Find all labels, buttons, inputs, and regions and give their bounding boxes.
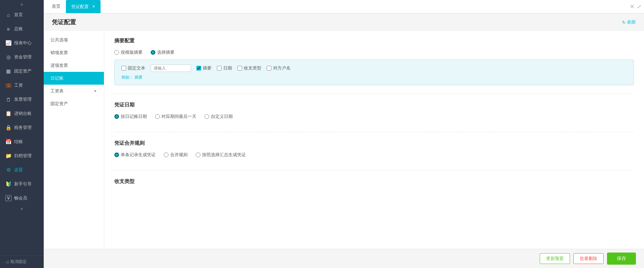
fixed-assets-icon: ▦ (5, 68, 11, 74)
counterpart-name-option[interactable]: 对方户名 (267, 65, 291, 71)
summary-options-box: 固定文本 摘要 日期 (114, 59, 634, 85)
journal-date-option[interactable]: 按日记账日期 (114, 114, 147, 120)
summary-generate-radio[interactable] (196, 152, 200, 157)
receipt-type-section: 收支类型 (114, 178, 634, 198)
nav-purchase-invoice[interactable]: 进项发票 (44, 59, 104, 72)
window-close-icon[interactable]: ✕ (630, 3, 634, 10)
counterpart-name-checkbox[interactable] (267, 66, 271, 71)
unpin-label: 取消固定 (10, 259, 27, 265)
sidebar-item-beginner-guide[interactable]: 🔰 新手引导 (0, 177, 44, 191)
sidebar-item-fund-management[interactable]: ◎ 资金管理 (0, 50, 44, 64)
save-button[interactable]: 保存 (607, 253, 636, 265)
fixed-text-input[interactable] (151, 64, 191, 72)
tax-icon: 🔒 (5, 125, 11, 131)
nav-purchase-invoice-label: 进项发票 (50, 62, 68, 69)
home-tab-label: 首页 (52, 3, 61, 9)
unpin-button[interactable]: ◁ 取消固定 (0, 255, 44, 268)
update-preview-button[interactable]: 更新预置 (540, 253, 570, 264)
summary-generate-option[interactable]: 按照选择汇总生成凭证 (196, 152, 246, 158)
nav-sales-invoice-label: 销项发票 (50, 50, 68, 56)
custom-date-option[interactable]: 自定义日期 (204, 114, 233, 120)
sidebar-item-label: 归档管理 (14, 153, 32, 159)
merge-rules-title: 凭证合并规则 (114, 140, 634, 146)
salary-icon: 💼 (5, 82, 11, 88)
page-title: 凭证配置 (52, 18, 76, 26)
sidebar-item-settings[interactable]: ⚙ 设置 (0, 163, 44, 177)
sidebar: ▲ ⌂ 首页 ≡ 总账 📈 报表中心 ◎ 资金管理 ▦ 固定资产 💼 工资 🗒 … (0, 0, 44, 268)
counterpart-name-label: 对方户名 (273, 65, 291, 71)
receipt-type-checkbox[interactable] (237, 66, 242, 71)
select-summary-label: 选择摘要 (157, 49, 175, 55)
summary-config-section: 摘要配置 按模版摘要 选择摘要 (114, 38, 634, 94)
sidebar-item-label: 资金管理 (14, 54, 32, 60)
sidebar-item-invoice-management[interactable]: 🗒 发票管理 (0, 92, 44, 106)
journal-date-radio[interactable] (114, 114, 119, 119)
nav-public-options[interactable]: 公共选项 (44, 34, 104, 46)
date-label: 日期 (223, 65, 232, 71)
fund-icon: ◎ (5, 54, 11, 60)
main-layout: 公共选项 销项发票 进项发票 日记账 工资表 ▼ 固定资产 (44, 31, 644, 249)
home-tab[interactable]: 首页 (46, 0, 66, 13)
sidebar-scroll-up[interactable]: ▲ (0, 0, 44, 8)
chevron-down-icon: ▼ (93, 89, 97, 93)
sidebar-item-tax-management[interactable]: 🔒 税务管理 (0, 121, 44, 135)
sidebar-item-salary[interactable]: 💼 工资 (0, 78, 44, 92)
refresh-icon: ↻ (622, 20, 626, 25)
close-tab-icon[interactable]: ✕ (92, 4, 95, 9)
fixed-text-option[interactable]: 固定文本 (121, 65, 145, 71)
vip-icon: V (5, 195, 11, 201)
voucher-date-radio-group: 按日记账日期 对应期间最后一天 自定义日期 (114, 114, 634, 120)
sidebar-item-purchase-sales[interactable]: 📋 进销台账 (0, 106, 44, 121)
sidebar-item-home[interactable]: ⌂ 首页 (0, 8, 44, 22)
sidebar-item-label: 进销台账 (14, 110, 32, 117)
custom-date-radio[interactable] (204, 114, 209, 119)
main-area: 首页 凭证配置 ✕ ✕ ⤢ 凭证配置 ↻ 刷新 公共选项 (44, 0, 644, 268)
template-summary-radio[interactable] (114, 50, 119, 55)
nav-sales-invoice[interactable]: 销项发票 (44, 46, 104, 59)
sidebar-item-label: 设置 (14, 167, 23, 173)
summary-option[interactable]: 摘要 (196, 65, 212, 71)
template-summary-option[interactable]: 按模版摘要 (114, 49, 143, 55)
summary-checkbox[interactable] (196, 66, 201, 71)
refresh-button[interactable]: ↻ 刷新 (622, 19, 636, 25)
voucher-config-tab-label: 凭证配置 (71, 4, 89, 10)
select-summary-option[interactable]: 选择摘要 (151, 49, 175, 55)
merge-rules-section: 凭证合并规则 单条记录生成凭证 合并规则 按照选择汇总生成凭证 (114, 140, 634, 170)
batch-delete-button[interactable]: 批量删除 (573, 253, 604, 264)
sidebar-scroll-down[interactable]: ▼ (0, 205, 44, 213)
nav-fixed-assets[interactable]: 固定资产 (44, 97, 104, 110)
last-day-option[interactable]: 对应期间最后一天 (155, 114, 196, 120)
window-resize-icon[interactable]: ⤢ (637, 3, 641, 10)
custom-date-label: 自定义日期 (211, 114, 233, 120)
select-summary-radio[interactable] (151, 50, 155, 55)
fixed-text-checkbox[interactable] (121, 66, 126, 71)
nav-payroll[interactable]: 工资表 ▼ (44, 85, 104, 97)
single-record-radio[interactable] (114, 152, 119, 157)
content-area: 凭证配置 ↻ 刷新 公共选项 销项发票 进项发票 日记账 (44, 13, 644, 268)
template-summary-label: 按模版摘要 (121, 49, 143, 55)
last-day-label: 对应期间最后一天 (161, 114, 196, 120)
sidebar-item-fixed-assets[interactable]: ▦ 固定资产 (0, 64, 44, 78)
sidebar-item-vip-member[interactable]: V 畅会员 (0, 191, 44, 205)
summary-label: 摘要 (203, 65, 212, 71)
single-record-option[interactable]: 单条记录生成凭证 (114, 152, 156, 158)
pin-icon: ◁ (5, 260, 8, 264)
receipt-type-option[interactable]: 收支类型 (237, 65, 261, 71)
sidebar-item-checkout[interactable]: 📅 结账 (0, 135, 44, 149)
date-checkbox[interactable] (217, 66, 222, 71)
merge-rule-radio[interactable] (164, 152, 168, 157)
last-day-radio[interactable] (155, 114, 160, 119)
sidebar-item-archive-management[interactable]: 📁 归档管理 (0, 149, 44, 163)
sidebar-item-report-center[interactable]: 📈 报表中心 (0, 36, 44, 50)
settings-icon: ⚙ (5, 167, 11, 173)
sidebar-item-label: 报表中心 (14, 40, 32, 46)
merge-rule-option[interactable]: 合并规则 (164, 152, 188, 158)
nav-journal[interactable]: 日记账 (44, 72, 104, 85)
summary-generate-label: 按照选择汇总生成凭证 (202, 152, 246, 158)
voucher-config-tab[interactable]: 凭证配置 ✕ (66, 0, 101, 13)
date-option[interactable]: 日期 (217, 65, 232, 71)
sidebar-item-ledger[interactable]: ≡ 总账 (0, 22, 44, 36)
nav-fixed-assets-label: 固定资产 (50, 101, 68, 107)
archive-icon: 📁 (5, 153, 11, 159)
sidebar-item-label: 固定资产 (14, 68, 32, 74)
